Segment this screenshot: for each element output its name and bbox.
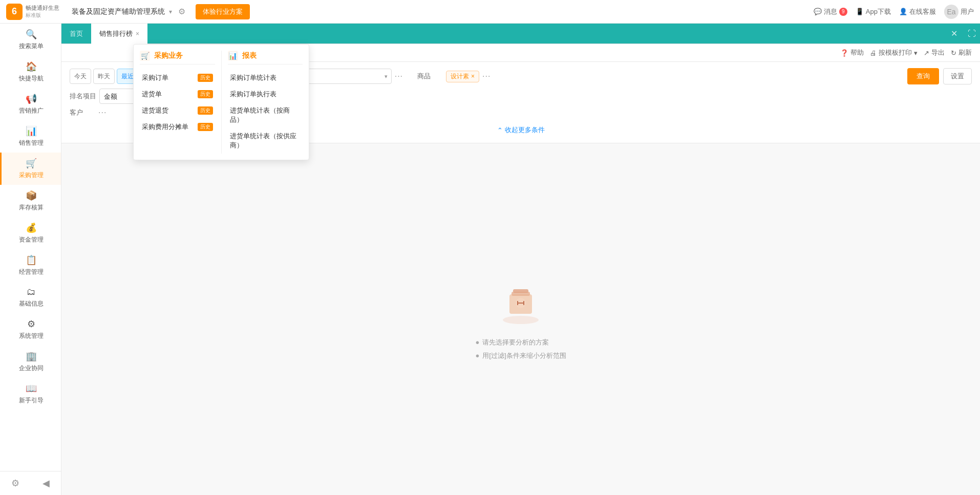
report-header-icon: 📊 <box>228 51 238 61</box>
messages-label: 消息 <box>824 7 837 16</box>
brand-tag: 标准版 <box>26 12 59 19</box>
title-dropdown-icon[interactable]: ▾ <box>169 8 172 15</box>
goods-tag-close[interactable]: × <box>471 73 475 80</box>
history-badge-expense: 历史 <box>198 123 213 131</box>
brand-name: 畅捷通好生意 <box>26 4 59 11</box>
print-label: 按模板打印 <box>879 48 912 57</box>
help-button[interactable]: ❓ 帮助 <box>840 48 864 57</box>
dropdown-item-order-exec-label: 采购订单执行表 <box>230 90 276 99</box>
empty-tip1: ● 请先选择要分析的方案 <box>475 336 566 349</box>
sidebar-item-sales[interactable]: 📊 销售管理 <box>0 120 61 153</box>
dropdown-item-purchase-order[interactable]: 采购订单 历史 <box>140 70 215 86</box>
trial-button[interactable]: 体验行业方案 <box>196 4 250 19</box>
sidebar-item-newbie[interactable]: 📖 新手引导 <box>0 378 61 410</box>
base-icon: 🗂 <box>27 287 36 297</box>
svg-rect-3 <box>513 289 528 293</box>
print-icon: 🖨 <box>870 49 877 57</box>
date-btn-today[interactable]: 今天 <box>70 69 91 84</box>
avatar: Ea <box>944 5 958 19</box>
filter-actions: 查询 设置 <box>907 68 972 84</box>
main-layout: 🔍 搜索菜单 🏠 快捷导航 📢 营销推广 📊 销售管理 🛒 采购管理 📦 库存核… <box>0 24 980 495</box>
dropdown-header-business-label: 采购业务 <box>154 51 183 60</box>
refresh-icon: ↻ <box>951 49 956 57</box>
help-label: 帮助 <box>850 48 864 57</box>
sidebar-item-base[interactable]: 🗂 基础信息 <box>0 282 61 313</box>
sidebar-item-quick[interactable]: 🏠 快捷导航 <box>0 56 61 88</box>
sidebar-label-purchase: 采购管理 <box>19 171 44 180</box>
tab-home[interactable]: 首页 <box>61 24 91 44</box>
tab-bar-expand-button[interactable]: ⛶ <box>964 29 980 38</box>
sidebar-label-enterprise: 企业协同 <box>19 364 44 373</box>
collapse-button[interactable]: ⌃ 收起更多条件 <box>493 123 549 137</box>
dropdown-header-report-label: 报表 <box>242 51 257 60</box>
dropdown-item-order-stat[interactable]: 采购订单统计表 <box>228 70 303 86</box>
order-status-more-btn[interactable]: ··· <box>395 72 403 81</box>
dropdown-item-incoming-stat-goods-label: 进货单统计表（按商品） <box>230 106 301 124</box>
sidebar-item-inventory[interactable]: 📦 库存核算 <box>0 185 61 217</box>
messages-button[interactable]: 💬 消息 9 <box>814 7 847 16</box>
sidebar-label-system: 系统管理 <box>19 332 44 340</box>
print-button[interactable]: 🖨 按模板打印 ▾ <box>870 48 918 57</box>
business-header-icon: 🛒 <box>140 51 150 61</box>
top-header: 6 畅捷通好生意 标准版 装备及固定资产辅助管理系统 ▾ ⚙ 体验行业方案 💬 … <box>0 0 980 24</box>
dropdown-col-business: 🛒 采购业务 采购订单 历史 进货单 历史 进货退货 历史 采购费用分摊单 <box>134 51 221 154</box>
refresh-label: 刷新 <box>958 48 972 57</box>
dropdown-item-incoming[interactable]: 进货单 历史 <box>140 86 215 102</box>
dropdown-item-incoming-stat-supplier[interactable]: 进货单统计表（按供应商） <box>228 128 303 154</box>
logo-icon: 6 <box>6 4 23 20</box>
inventory-icon: 📦 <box>26 190 37 201</box>
tab-close-icon[interactable]: × <box>136 30 139 37</box>
logo-area: 6 畅捷通好生意 标准版 <box>6 4 68 20</box>
online-service-button[interactable]: 👤 在线客服 <box>899 7 936 16</box>
settings-button[interactable]: 设置 <box>943 68 972 84</box>
history-badge-return: 历史 <box>198 106 213 115</box>
dropdown-item-expense[interactable]: 采购费用分摊单 历史 <box>140 119 215 135</box>
date-btn-yesterday[interactable]: 昨天 <box>93 69 115 84</box>
refresh-button[interactable]: ↻ 刷新 <box>951 48 972 57</box>
user-area[interactable]: Ea 用户 <box>944 5 974 19</box>
search-icon: 🔍 <box>26 29 37 40</box>
sidebar-item-purchase[interactable]: 🛒 采购管理 <box>0 153 61 185</box>
export-button[interactable]: ↗ 导出 <box>924 48 945 57</box>
dropdown-item-order-exec[interactable]: 采购订单执行表 <box>228 86 303 102</box>
sidebar-label-search: 搜索菜单 <box>19 42 44 51</box>
goods-tag-text: 设计素 <box>451 72 469 81</box>
goods-tag: 设计素 × <box>446 71 479 82</box>
system-icon: ⚙ <box>27 318 35 330</box>
dropdown-item-return[interactable]: 进货退货 历史 <box>140 102 215 119</box>
sidebar-collapse-button[interactable]: ◀ <box>42 478 50 489</box>
goods-more-btn[interactable]: ··· <box>482 72 491 81</box>
sidebar-item-search[interactable]: 🔍 搜索菜单 <box>0 24 61 56</box>
print-dropdown-icon[interactable]: ▾ <box>914 49 918 57</box>
sidebar-item-system[interactable]: ⚙ 系统管理 <box>0 313 61 346</box>
brand-info: 畅捷通好生意 标准版 <box>26 4 59 18</box>
sidebar-label-finance: 资金管理 <box>19 235 44 244</box>
sidebar-item-marketing[interactable]: 📢 营销推广 <box>0 88 61 120</box>
dropdown-item-order-stat-label: 采购订单统计表 <box>230 73 276 82</box>
home-icon: 🏠 <box>26 61 37 72</box>
history-badge-incoming: 历史 <box>198 90 213 98</box>
sidebar-item-finance[interactable]: 💰 资金管理 <box>0 217 61 249</box>
system-settings-icon[interactable]: ⚙ <box>178 7 185 16</box>
sidebar-item-operations[interactable]: 📋 经营管理 <box>0 249 61 282</box>
collapse-icon: ⌃ <box>497 126 503 134</box>
dropdown-col-report: 📊 报表 采购订单统计表 采购订单执行表 进货单统计表（按商品） 进货单统计表（… <box>221 51 309 154</box>
dropdown-item-incoming-stat-goods[interactable]: 进货单统计表（按商品） <box>228 102 303 128</box>
sidebar-item-enterprise[interactable]: 🏢 企业协同 <box>0 346 61 378</box>
dropdown-item-expense-label: 采购费用分摊单 <box>142 122 188 132</box>
query-button[interactable]: 查询 <box>907 68 939 84</box>
enterprise-icon: 🏢 <box>26 351 37 362</box>
purchase-dropdown-menu: 🛒 采购业务 采购订单 历史 进货单 历史 进货退货 历史 采购费用分摊单 <box>133 44 309 160</box>
finance-icon: 💰 <box>26 222 37 233</box>
rank-label: 排名项目 <box>70 92 96 101</box>
sidebar-settings-button[interactable]: ⚙ <box>11 478 19 489</box>
tab-sales-rank[interactable]: 销售排行榜 × <box>91 24 147 44</box>
sales-icon: 📊 <box>26 125 37 137</box>
sidebar-bottom: ⚙ ◀ <box>0 471 61 495</box>
customer-more-btn[interactable]: ··· <box>98 108 106 117</box>
app-download-button[interactable]: 📱 App下载 <box>856 7 891 16</box>
collapse-label: 收起更多条件 <box>505 125 545 135</box>
goods-label: 商品 <box>417 72 443 81</box>
tab-bar-close-button[interactable]: ✕ <box>945 29 964 38</box>
dropdown-header-business: 🛒 采购业务 <box>140 51 215 64</box>
